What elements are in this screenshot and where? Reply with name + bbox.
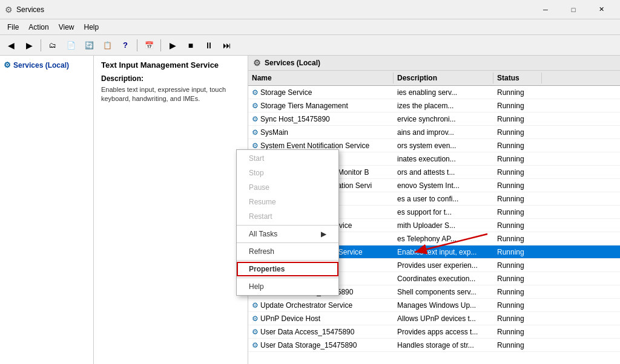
service-status-cell: Running [493, 154, 542, 164]
menu-bar: File Action View Help [0, 19, 620, 35]
context-menu-separator [237, 225, 338, 226]
context-menu-item[interactable]: Help [237, 279, 338, 294]
service-desc-cell: Manages Windows Up... [394, 301, 493, 310]
table-row[interactable]: ⚙Update Orchestrator ServiceManages Wind… [248, 299, 620, 312]
service-icon: ⚙ [252, 301, 259, 310]
context-menu-item: Stop [237, 166, 338, 180]
toolbar-btn-3[interactable]: 🔄 [81, 37, 97, 53]
service-desc-cell: Provides user experien... [394, 261, 493, 270]
service-name-cell: ⚙UPnP Device Host [248, 314, 394, 323]
service-icon: ⚙ [252, 115, 259, 123]
window-title: Services [16, 5, 44, 14]
subheader-label: Services (Local) [265, 59, 320, 67]
sidebar: ⚙ Services (Local) [0, 56, 94, 364]
service-status-cell: Running [493, 181, 542, 190]
service-desc-cell: Enables text input, exp... [394, 247, 493, 257]
service-status-cell: Running [493, 128, 542, 137]
service-name-cell: ⚙Storage Service [248, 88, 394, 97]
service-name-cell: ⚙Update Orchestrator Service [248, 301, 394, 310]
left-panel: Text Input Management Service Descriptio… [94, 56, 248, 364]
table-row[interactable]: ⚙SysMainains and improv...Running [248, 126, 620, 139]
service-status-cell: Running [493, 301, 542, 310]
service-name: Sync Host_15475890 [260, 115, 330, 123]
menu-help[interactable]: Help [79, 22, 104, 33]
service-desc-cell: izes the placem... [394, 101, 493, 111]
toolbar: ◀ ▶ 🗂 📄 🔄 📋 ? 📅 ▶ ■ ⏸ ⏭ [0, 35, 620, 56]
minimize-button[interactable]: ─ [532, 0, 559, 19]
col-header-name[interactable]: Name [248, 73, 394, 83]
app-icon: ⚙ [5, 5, 13, 15]
service-icon: ⚙ [252, 141, 259, 150]
title-bar: ⚙ Services ─ □ ✕ [0, 0, 620, 19]
selected-service-title: Text Input Management Service [101, 60, 240, 70]
forward-button[interactable]: ▶ [21, 37, 38, 53]
pause-button[interactable]: ⏸ [200, 37, 217, 53]
service-name: UPnP Device Host [260, 314, 320, 323]
sidebar-icon: ⚙ [4, 60, 11, 70]
skip-button[interactable]: ⏭ [219, 37, 236, 53]
context-menu: StartStopPauseResumeRestartAll Tasks▶Ref… [236, 149, 339, 296]
col-header-description[interactable]: Description [394, 73, 493, 83]
service-status-cell: Running [493, 234, 542, 244]
toolbar-btn-2[interactable]: 📄 [62, 37, 79, 53]
context-menu-item: Pause [237, 180, 338, 195]
service-desc-cell: mith Uploader S... [394, 221, 493, 230]
context-menu-separator [237, 242, 338, 243]
service-status-cell: Running [493, 167, 542, 177]
context-menu-item[interactable]: All Tasks▶ [237, 227, 338, 241]
service-desc-cell: ies enabling serv... [394, 88, 493, 97]
play-button[interactable]: ▶ [164, 37, 181, 53]
description-label: Description: [101, 74, 240, 83]
menu-file[interactable]: File [2, 22, 24, 33]
service-icon: ⚙ [252, 328, 259, 336]
toolbar-btn-1[interactable]: 🗂 [44, 37, 61, 53]
table-row[interactable]: ⚙UPnP Device HostAllows UPnP devices t..… [248, 312, 620, 325]
service-name: Storage Tiers Management [260, 102, 348, 110]
service-status-cell: Running [493, 114, 542, 124]
service-status-cell: Running [493, 340, 542, 350]
table-row[interactable]: ⚙Sync Host_15475890ervice synchroni...Ru… [248, 112, 620, 126]
service-status-cell: Running [493, 221, 542, 230]
close-button[interactable]: ✕ [587, 0, 615, 19]
table-row[interactable]: ⚙Storage Serviceies enabling serv...Runn… [248, 86, 620, 99]
service-desc-cell: inates execution... [394, 154, 493, 164]
service-desc-cell: es a user to confi... [394, 194, 493, 204]
col-header-status[interactable]: Status [493, 73, 542, 83]
service-status-cell: Running [493, 327, 542, 337]
stop-button[interactable]: ■ [182, 37, 199, 53]
service-name: Update Orchestrator Service [260, 301, 352, 310]
service-name-cell: ⚙User Data Storage_15475890 [248, 340, 394, 350]
service-status-cell: Running [493, 247, 542, 257]
context-menu-item: Resume [237, 195, 338, 209]
service-name: User Data Storage_15475890 [260, 341, 357, 349]
toolbar-btn-5[interactable]: 📅 [140, 37, 157, 53]
context-menu-separator [237, 278, 338, 278]
service-desc-cell: Provides apps access t... [394, 327, 493, 337]
service-name-cell: ⚙User Data Access_15475890 [248, 327, 394, 337]
service-name: SysMain [260, 128, 288, 137]
service-icon: ⚙ [252, 128, 259, 137]
service-desc-cell: es support for t... [394, 207, 493, 217]
subheader-icon: ⚙ [253, 58, 261, 68]
service-status-cell: Running [493, 207, 542, 217]
back-button[interactable]: ◀ [2, 37, 19, 53]
table-header: Name Description Status [248, 71, 620, 86]
service-icon: ⚙ [252, 88, 259, 97]
table-row[interactable]: ⚙User Data Access_15475890Provides apps … [248, 325, 620, 339]
service-status-cell: Running [493, 287, 542, 297]
help-button[interactable]: ? [117, 37, 134, 53]
service-status-cell: Running [493, 274, 542, 284]
sidebar-services-local[interactable]: ⚙ Services (Local) [2, 58, 91, 72]
menu-action[interactable]: Action [24, 22, 53, 33]
context-menu-item: Restart [237, 209, 338, 224]
toolbar-btn-4[interactable]: 📋 [99, 37, 116, 53]
table-row[interactable]: ⚙Storage Tiers Managementizes the placem… [248, 99, 620, 112]
context-menu-item[interactable]: Refresh [237, 244, 338, 259]
service-status-cell: Running [493, 194, 542, 204]
menu-view[interactable]: View [54, 22, 79, 33]
table-row[interactable]: ⚙User Data Storage_15475890Handles stora… [248, 339, 620, 352]
services-subheader: ⚙ Services (Local) [248, 56, 620, 71]
context-menu-item[interactable]: Properties [237, 262, 338, 276]
service-desc-cell: ains and improv... [394, 128, 493, 137]
maximize-button[interactable]: □ [559, 0, 587, 19]
